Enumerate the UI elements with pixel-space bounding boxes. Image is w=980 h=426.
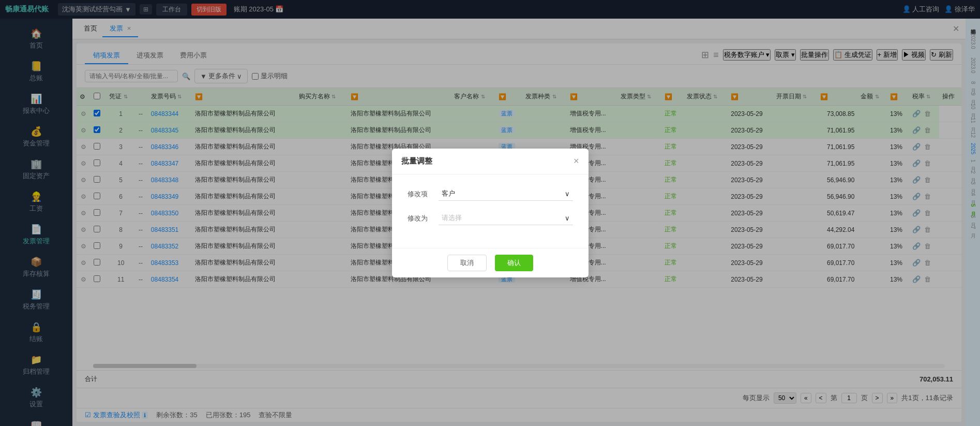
- dialog-header: 批量调整 ×: [392, 149, 589, 174]
- modify-to-label: 修改为: [408, 214, 439, 223]
- modify-to-select[interactable]: 请选择 ∨: [439, 211, 573, 225]
- modify-to-row: 修改为 请选择 ∨: [408, 211, 573, 225]
- select-dropdown-icon2: ∨: [565, 214, 570, 222]
- select-dropdown-icon: ∨: [565, 190, 570, 198]
- dialog-overlay: 批量调整 × 修改项 客户 ∨ 修改为 请选择 ∨ 取消 确认: [0, 0, 980, 426]
- dialog-body: 修改项 客户 ∨ 修改为 请选择 ∨: [392, 174, 589, 248]
- batch-adjust-dialog: 批量调整 × 修改项 客户 ∨ 修改为 请选择 ∨ 取消 确认: [392, 149, 589, 277]
- confirm-button[interactable]: 确认: [495, 255, 533, 271]
- dialog-title: 批量调整: [401, 156, 432, 166]
- dialog-close-button[interactable]: ×: [574, 156, 579, 167]
- modify-item-label: 修改项: [408, 189, 439, 199]
- modify-item-row: 修改项 客户 ∨: [408, 187, 573, 201]
- cancel-button[interactable]: 取消: [447, 255, 487, 271]
- dialog-footer: 取消 确认: [392, 248, 589, 277]
- modify-item-select[interactable]: 客户 ∨: [439, 187, 573, 201]
